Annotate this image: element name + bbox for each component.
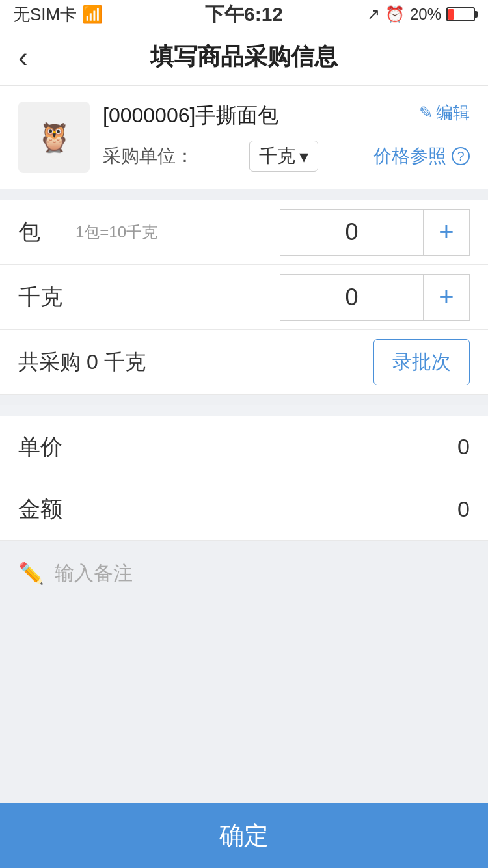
kg-input-group: + — [280, 274, 470, 321]
nav-bar: ‹ 填写商品采购信息 — [0, 29, 488, 86]
product-info: [0000006]手撕面包 ✎ 编辑 采购单位： 千克 ▾ 价格参照 ? — [103, 102, 470, 172]
edit-label: 编辑 — [436, 102, 470, 124]
pack-input-row: 包 1包=10千克 + — [0, 200, 488, 265]
info-section: 单价 0 金额 0 — [0, 416, 488, 541]
product-logo: 🦉 — [36, 120, 72, 154]
alarm-icon: ⏰ — [385, 5, 405, 23]
location-icon: ↗ — [367, 5, 380, 23]
chevron-down-icon: ▾ — [299, 146, 308, 167]
unit-price-row: 单价 0 — [0, 416, 488, 478]
battery-percent: 20% — [410, 5, 441, 23]
kg-quantity-input[interactable] — [280, 274, 423, 321]
help-icon: ? — [452, 147, 470, 165]
product-unit-row: 采购单位： 千克 ▾ 价格参照 ? — [103, 141, 470, 172]
pack-plus-button[interactable]: + — [423, 209, 470, 256]
wifi-icon: 📶 — [82, 5, 103, 25]
unit-price-value: 0 — [457, 434, 470, 459]
product-name: [0000006]手撕面包 — [103, 102, 419, 130]
price-reference-button[interactable]: 价格参照 ? — [373, 144, 470, 169]
note-section[interactable]: ✏️ 输入备注 — [0, 541, 488, 606]
total-label: 共采购 0 千克 — [18, 348, 146, 377]
unit-price-label: 单价 — [18, 432, 62, 462]
status-bar: 无SIM卡 📶 下午6:12 ↗ ⏰ 20% — [0, 0, 488, 29]
unit-label: 采购单位： — [103, 144, 194, 169]
record-batch-button[interactable]: 录批次 — [373, 339, 470, 385]
section-divider-2 — [0, 395, 488, 405]
product-header: [0000006]手撕面包 ✎ 编辑 — [103, 102, 470, 130]
note-placeholder: 输入备注 — [55, 560, 133, 587]
battery-icon — [446, 7, 475, 21]
pack-label: 包 — [18, 217, 70, 247]
battery-fill — [448, 9, 454, 20]
pack-input-group: + — [280, 209, 470, 256]
product-card: 🦉 [0000006]手撕面包 ✎ 编辑 采购单位： 千克 ▾ 价格参照 ? — [0, 86, 488, 189]
confirm-button[interactable]: 确定 — [0, 803, 488, 868]
product-image: 🦉 — [18, 102, 90, 173]
unit-select[interactable]: 千克 ▾ — [249, 141, 318, 172]
unit-value: 千克 — [259, 144, 295, 169]
pack-quantity-input[interactable] — [280, 209, 423, 256]
edit-icon: ✎ — [419, 103, 433, 123]
status-right: ↗ ⏰ 20% — [367, 5, 475, 23]
total-row: 共采购 0 千克 录批次 — [0, 330, 488, 395]
status-time: 下午6:12 — [205, 1, 283, 28]
input-section: 包 1包=10千克 + 千克 + — [0, 200, 488, 330]
section-divider-1 — [0, 189, 488, 200]
kg-input-row: 千克 + — [0, 265, 488, 330]
amount-row: 金额 0 — [0, 478, 488, 541]
amount-label: 金额 — [18, 495, 62, 524]
price-ref-label: 价格参照 — [373, 144, 446, 169]
content-area — [0, 606, 488, 801]
pack-sub-label: 1包=10千克 — [75, 222, 157, 243]
amount-value: 0 — [457, 496, 470, 522]
kg-plus-button[interactable]: + — [423, 274, 470, 321]
kg-label: 千克 — [18, 282, 70, 312]
carrier-text: 无SIM卡 — [13, 3, 77, 26]
back-button[interactable]: ‹ — [18, 43, 28, 72]
page-title: 填写商品采购信息 — [150, 41, 338, 73]
status-left: 无SIM卡 📶 — [13, 3, 103, 26]
edit-button[interactable]: ✎ 编辑 — [419, 102, 470, 124]
pencil-icon: ✏️ — [18, 561, 44, 586]
